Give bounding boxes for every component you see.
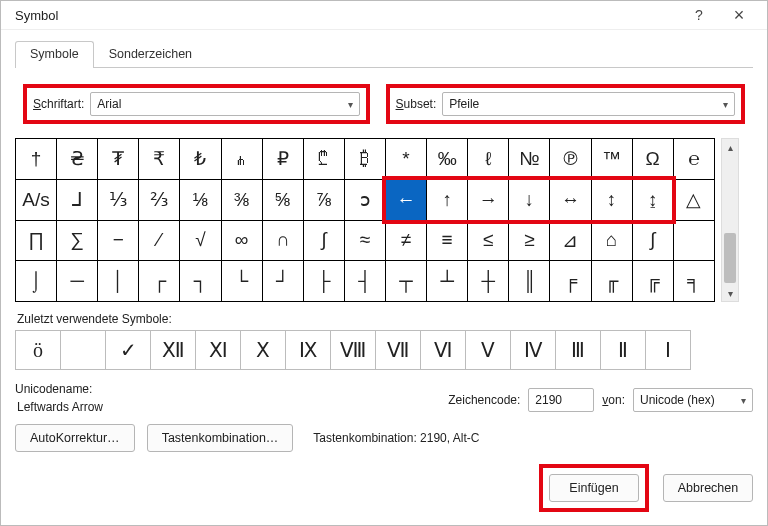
insert-button[interactable]: Einfügen — [549, 474, 639, 502]
char-code-input[interactable]: 2190 — [528, 388, 594, 412]
symbol-cell[interactable]: ≡ — [427, 220, 468, 261]
symbol-cell[interactable]: ┤ — [344, 261, 385, 302]
recent-cell[interactable]: Ⅷ — [330, 330, 376, 370]
symbol-cell[interactable]: ∏ — [16, 220, 57, 261]
recent-cell[interactable]: ✓ — [105, 330, 151, 370]
symbol-cell[interactable]: ┘ — [262, 261, 303, 302]
symbol-cell[interactable]: ↑ — [427, 179, 468, 220]
symbol-cell[interactable]: † — [16, 139, 57, 180]
symbol-cell[interactable]: ₹ — [139, 139, 180, 180]
symbol-cell[interactable]: ┴ — [427, 261, 468, 302]
symbol-cell[interactable]: ┌ — [139, 261, 180, 302]
symbol-cell[interactable]: ╔ — [632, 261, 673, 302]
tab-symbols[interactable]: Symbole — [15, 41, 94, 67]
recent-cell[interactable]: Ⅵ — [420, 330, 466, 370]
recent-cell[interactable]: Ⅲ — [555, 330, 601, 370]
symbol-cell[interactable]: ∫ — [303, 220, 344, 261]
symbol-cell[interactable]: ₺ — [180, 139, 221, 180]
symbol-cell[interactable]: ⅔ — [139, 179, 180, 220]
symbol-cell[interactable]: ↕ — [591, 179, 632, 220]
symbol-cell[interactable] — [673, 220, 714, 261]
symbol-cell[interactable]: ⌂ — [591, 220, 632, 261]
symbol-cell[interactable]: ⌡ — [16, 261, 57, 302]
symbol-cell[interactable]: ⅓ — [98, 179, 139, 220]
recent-cell[interactable]: Ⅺ — [195, 330, 241, 370]
recent-cell[interactable]: Ⅹ — [240, 330, 286, 370]
symbol-cell[interactable]: ↨ — [632, 179, 673, 220]
symbol-cell[interactable]: ‰ — [427, 139, 468, 180]
from-combo[interactable]: Unicode (hex) ▾ — [633, 388, 753, 412]
symbol-cell[interactable]: № — [509, 139, 550, 180]
shortcut-button[interactable]: Tastenkombination… — [147, 424, 294, 452]
recent-cell[interactable]: Ⅴ — [465, 330, 511, 370]
autocorrect-button[interactable]: AutoKorrektur… — [15, 424, 135, 452]
symbol-cell[interactable]: ℓ — [468, 139, 509, 180]
symbol-cell[interactable]: ™ — [591, 139, 632, 180]
symbol-cell[interactable]: ℮ — [673, 139, 714, 180]
symbol-cell[interactable]: └ — [221, 261, 262, 302]
recent-cell[interactable]: Ⅳ — [510, 330, 556, 370]
recent-cell[interactable]: Ⅻ — [150, 330, 196, 370]
recent-cell[interactable]: ö — [15, 330, 61, 370]
symbol-cell[interactable]: ∞ — [221, 220, 262, 261]
grid-scrollbar[interactable]: ▴ ▾ — [721, 138, 739, 302]
symbol-cell[interactable]: │ — [98, 261, 139, 302]
symbol-cell[interactable]: ⅜ — [221, 179, 262, 220]
symbol-cell[interactable]: − — [98, 220, 139, 261]
recent-cell[interactable]: Ⅰ — [645, 330, 691, 370]
symbol-cell[interactable]: ⅃ — [57, 179, 98, 220]
recent-cell[interactable]: Ⅸ — [285, 330, 331, 370]
symbol-cell[interactable]: ≠ — [385, 220, 426, 261]
symbol-cell-selected[interactable]: ← — [385, 179, 426, 220]
symbol-cell[interactable]: ↓ — [509, 179, 550, 220]
symbol-cell[interactable]: ↄ — [344, 179, 385, 220]
symbol-cell[interactable]: ╓ — [591, 261, 632, 302]
symbol-cell[interactable]: ↔ — [550, 179, 591, 220]
symbol-cell[interactable]: ₾ — [303, 139, 344, 180]
symbol-cell[interactable]: ╕ — [673, 261, 714, 302]
scroll-thumb[interactable] — [724, 233, 736, 283]
symbol-cell[interactable]: ∫ — [632, 220, 673, 261]
symbol-cell[interactable]: ∩ — [262, 220, 303, 261]
symbol-cell[interactable]: ⅝ — [262, 179, 303, 220]
symbol-cell[interactable]: ║ — [509, 261, 550, 302]
symbol-cell[interactable]: ≈ — [344, 220, 385, 261]
recent-cell[interactable]: Ⅱ — [600, 330, 646, 370]
symbol-cell[interactable]: ₴ — [57, 139, 98, 180]
tab-special-chars[interactable]: Sonderzeichen — [94, 41, 207, 67]
recent-cell[interactable] — [60, 330, 106, 370]
symbol-cell[interactable]: ├ — [303, 261, 344, 302]
symbol-cell[interactable]: ⅛ — [180, 179, 221, 220]
symbol-cell[interactable]: ┬ — [385, 261, 426, 302]
cancel-button[interactable]: Abbrechen — [663, 474, 753, 502]
close-button[interactable]: × — [719, 1, 759, 29]
symbol-grid[interactable]: † ₴ ₮ ₹ ₺ ₼ ₽ ₾ ₿ * ‰ ℓ № ℗ ™ Ω ℮ — [15, 138, 715, 302]
font-combo[interactable]: Arial ▾ — [90, 92, 359, 116]
symbol-cell[interactable]: ₿ — [344, 139, 385, 180]
symbol-cell[interactable]: ≤ — [468, 220, 509, 261]
symbol-cell[interactable]: ⅞ — [303, 179, 344, 220]
symbol-cell[interactable]: A/s — [16, 179, 57, 220]
symbol-cell[interactable]: ┼ — [468, 261, 509, 302]
symbol-cell[interactable]: ₮ — [98, 139, 139, 180]
scroll-up-icon[interactable]: ▴ — [722, 139, 738, 155]
scroll-down-icon[interactable]: ▾ — [722, 285, 738, 301]
symbol-cell[interactable]: ₽ — [262, 139, 303, 180]
symbol-cell[interactable]: Ω — [632, 139, 673, 180]
symbol-cell[interactable]: ⊿ — [550, 220, 591, 261]
symbol-cell[interactable]: ∕ — [139, 220, 180, 261]
recent-cell[interactable]: Ⅶ — [375, 330, 421, 370]
symbol-cell[interactable]: → — [468, 179, 509, 220]
symbol-cell[interactable]: √ — [180, 220, 221, 261]
help-button[interactable]: ? — [679, 1, 719, 29]
subset-combo[interactable]: Pfeile ▾ — [442, 92, 735, 116]
symbol-cell[interactable]: ₼ — [221, 139, 262, 180]
symbol-cell[interactable]: ℗ — [550, 139, 591, 180]
symbol-cell[interactable]: △ — [673, 179, 714, 220]
symbol-cell[interactable]: ┐ — [180, 261, 221, 302]
symbol-cell[interactable]: * — [385, 139, 426, 180]
symbol-cell[interactable]: ╒ — [550, 261, 591, 302]
symbol-cell[interactable]: ≥ — [509, 220, 550, 261]
symbol-cell[interactable]: ∑ — [57, 220, 98, 261]
symbol-cell[interactable]: ─ — [57, 261, 98, 302]
